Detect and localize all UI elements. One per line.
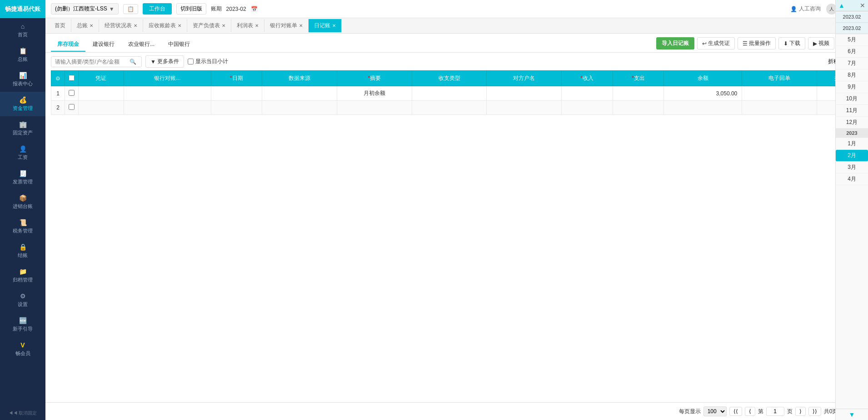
copy-button[interactable]: 📋 bbox=[123, 4, 138, 14]
last-page-button[interactable]: ⟩⟩ bbox=[808, 407, 821, 416]
sidebar-item-home[interactable]: ⌂ 首页 bbox=[0, 18, 45, 43]
more-filter-button[interactable]: ▼ 更多条件 bbox=[145, 55, 184, 68]
tab-diary-close[interactable]: ✕ bbox=[332, 23, 336, 28]
tab-profit-close[interactable]: ✕ bbox=[255, 23, 259, 28]
next-page-button[interactable]: ⟩ bbox=[795, 407, 806, 416]
sidebar-item-funds[interactable]: 💰 资金管理 bbox=[0, 92, 45, 116]
sidebar-item-payroll[interactable]: 👤 工资 bbox=[0, 141, 45, 165]
subtab-cash-label: 库存现金 bbox=[57, 41, 79, 47]
subtab-cash[interactable]: 库存现金 bbox=[51, 38, 85, 52]
sidebar-item-label: 归档管理 bbox=[13, 277, 33, 283]
unpin-button[interactable]: ◀◀ 取消固定 bbox=[0, 406, 45, 420]
date-month-7[interactable]: 7月 bbox=[836, 58, 868, 69]
first-page-button[interactable]: ⟨⟨ bbox=[729, 407, 742, 416]
col-expense: *支出 bbox=[613, 71, 664, 86]
date-month-11[interactable]: 11月 bbox=[836, 105, 868, 117]
tab-management[interactable]: 经营状况表 ✕ bbox=[99, 19, 143, 32]
download-button[interactable]: ⬇ 下载 bbox=[778, 37, 805, 49]
tab-receivables-close[interactable]: ✕ bbox=[178, 23, 181, 28]
page-label: 第 bbox=[758, 408, 763, 415]
daily-total-checkbox-label[interactable]: 显示当日小计 bbox=[188, 58, 228, 65]
row2-balance bbox=[664, 101, 742, 115]
col-settings[interactable]: ⚙ bbox=[51, 71, 65, 86]
search-input[interactable] bbox=[55, 59, 128, 65]
human-service-button[interactable]: 👤 人工咨询 bbox=[790, 5, 821, 13]
sidebar: 畅捷通易代账 ⌂ 首页 📋 总账 📊 报表中心 💰 资金管理 🏢 固定资产 👤 … bbox=[0, 0, 45, 420]
sidebar-item-label: 固定资产 bbox=[13, 129, 33, 136]
date-month-4-2023[interactable]: 4月 bbox=[836, 173, 868, 185]
select-all-checkbox[interactable] bbox=[69, 75, 75, 81]
tab-home[interactable]: 首页 bbox=[49, 19, 71, 32]
tab-assets-liabilities-close[interactable]: ✕ bbox=[222, 23, 225, 28]
col-date: *日期 bbox=[211, 71, 262, 86]
sidebar-item-settings[interactable]: ⚙ 设置 bbox=[0, 288, 45, 312]
sidebar-item-tax[interactable]: 📜 税务管理 bbox=[0, 214, 45, 239]
sidebar-item-ledger[interactable]: 📋 总账 bbox=[0, 43, 45, 67]
tab-ledger-close[interactable]: ✕ bbox=[90, 23, 93, 28]
calendar-icon[interactable]: 📅 bbox=[251, 6, 258, 12]
tab-home-label: 首页 bbox=[55, 22, 65, 30]
tab-bank-statement-close[interactable]: ✕ bbox=[299, 23, 303, 28]
subtab-ccb[interactable]: 建设银行 bbox=[86, 38, 121, 52]
date-month-10[interactable]: 10月 bbox=[836, 93, 868, 105]
sidebar-item-label: 总账 bbox=[18, 56, 28, 63]
topbar: (勿删）江西赣宝-LSS ▼ 📋 工作台 切到旧版 账期 2023-02 📅 👤… bbox=[45, 0, 868, 18]
tab-assets-liabilities[interactable]: 资产负债表 ✕ bbox=[187, 19, 231, 32]
tab-ledger[interactable]: 总账 ✕ bbox=[71, 19, 99, 32]
workbench-button[interactable]: 工作台 bbox=[143, 3, 172, 15]
search-wrapper: 🔍 bbox=[51, 56, 142, 67]
table-container: ⚙ 凭证 银行对账... *日期 数据来源 *摘要 收支类型 对方户名 bbox=[45, 70, 868, 402]
date-month-12[interactable]: 12月 bbox=[836, 117, 868, 128]
pagination: 每页显示 100 50 200 ⟨⟨ ⟨ 第 页 ⟩ ⟩⟩ 共0页，0条记录 bbox=[45, 402, 868, 420]
company-selector[interactable]: (勿删）江西赣宝-LSS ▼ bbox=[51, 3, 119, 15]
subtab-abc[interactable]: 农业银行... bbox=[122, 38, 161, 52]
tab-receivables[interactable]: 应收账龄表 ✕ bbox=[143, 19, 187, 32]
col-bank-ref: 银行对账... bbox=[124, 71, 211, 86]
page-input[interactable] bbox=[766, 407, 784, 416]
date-panel-scroll-up[interactable]: ▲ bbox=[838, 2, 845, 9]
daily-total-checkbox[interactable] bbox=[188, 59, 194, 64]
date-panel-close-btn[interactable]: ✕ bbox=[860, 2, 865, 9]
col-check[interactable] bbox=[65, 71, 79, 86]
batch-button[interactable]: ☰ 批量操作 bbox=[738, 37, 776, 49]
import-diary-button[interactable]: 导入日记账 bbox=[656, 37, 694, 49]
tab-management-close[interactable]: ✕ bbox=[134, 23, 137, 28]
date-month-8[interactable]: 8月 bbox=[836, 69, 868, 81]
row2-expense bbox=[613, 101, 664, 115]
sidebar-item-label: 首页 bbox=[18, 31, 28, 38]
sidebar-item-purchase-sale[interactable]: 📦 进销台账 bbox=[0, 190, 45, 214]
old-version-button[interactable]: 切到旧版 bbox=[176, 3, 206, 15]
search-icon[interactable]: 🔍 bbox=[130, 59, 136, 65]
sidebar-item-archive[interactable]: 📁 归档管理 bbox=[0, 263, 45, 288]
sidebar-item-invoices[interactable]: 🧾 发票管理 bbox=[0, 165, 45, 190]
date-panel-scroll-down[interactable]: ▼ bbox=[849, 411, 855, 418]
tax-icon: 📜 bbox=[19, 219, 27, 226]
sidebar-item-vip[interactable]: V 畅会员 bbox=[0, 337, 45, 361]
subtab-boc[interactable]: 中国银行 bbox=[162, 38, 196, 52]
tab-profit[interactable]: 利润表 ✕ bbox=[231, 19, 264, 32]
date-month-5[interactable]: 5月 bbox=[836, 34, 868, 46]
date-month-9[interactable]: 9月 bbox=[836, 81, 868, 93]
row1-check[interactable] bbox=[65, 86, 79, 101]
per-page-select[interactable]: 100 50 200 bbox=[703, 406, 727, 416]
date-month-6[interactable]: 6月 bbox=[836, 46, 868, 58]
prev-page-button[interactable]: ⟨ bbox=[745, 407, 755, 416]
unpin-label: 取消固定 bbox=[19, 410, 37, 415]
row2-check[interactable] bbox=[65, 101, 79, 115]
tab-bank-statement[interactable]: 银行对账单 ✕ bbox=[264, 19, 309, 32]
content-area: 库存现金 建设银行 农业银行... 中国银行 导入日记账 ↩ 生成凭证 ☰ bbox=[45, 34, 868, 420]
sidebar-item-label: 工资 bbox=[18, 154, 28, 161]
date-month-3-2023[interactable]: 3月 bbox=[836, 162, 868, 173]
date-month-2-2023[interactable]: 2月 bbox=[836, 150, 868, 162]
sidebar-item-reports[interactable]: 📊 报表中心 bbox=[0, 67, 45, 92]
tab-diary[interactable]: 日记账 ✕ bbox=[309, 19, 342, 32]
row1-data-source bbox=[262, 86, 337, 101]
video-button[interactable]: ▶ 视频 bbox=[808, 37, 834, 49]
generate-voucher-button[interactable]: ↩ 生成凭证 bbox=[697, 37, 735, 49]
sidebar-item-closing[interactable]: 🔒 结账 bbox=[0, 239, 45, 263]
sidebar-item-guide[interactable]: 🆕 新手引导 bbox=[0, 312, 45, 337]
col-counterpart: 对方户名 bbox=[487, 71, 562, 86]
date-month-1-2023[interactable]: 1月 bbox=[836, 138, 868, 150]
sidebar-item-assets[interactable]: 🏢 固定资产 bbox=[0, 116, 45, 141]
row1-e-statement bbox=[742, 86, 817, 101]
